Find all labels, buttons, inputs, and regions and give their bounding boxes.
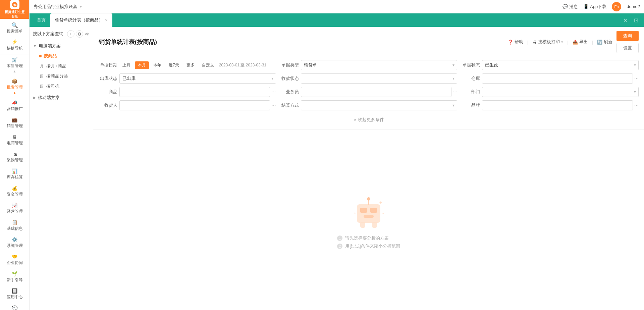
- receiver-input[interactable]: [119, 100, 270, 110]
- sidebar: 畅 畅捷通好生意 标版 🔍 搜索菜单 ⚡ 快捷导航 🛒 零售管理 ▲ 📦 批发管…: [0, 0, 30, 310]
- sidebar-item-basic[interactable]: 📋 基础信息: [0, 217, 29, 234]
- tab-sales-report[interactable]: 销货单统计表（按商品） ×: [50, 13, 112, 27]
- date-last-month[interactable]: 上月: [119, 61, 133, 69]
- sidebar-item-finance[interactable]: 💰 资金管理: [0, 183, 29, 200]
- help-btn[interactable]: ❓ 帮助: [508, 39, 523, 45]
- warehouse-dots-btn[interactable]: ···: [634, 75, 639, 82]
- username-label[interactable]: demo2: [627, 4, 640, 9]
- svg-point-7: [367, 197, 370, 201]
- scheme-panel: 按以下方案查询 + ⚙ ≪ ▼ 电脑端方案 按商品: [30, 27, 93, 310]
- query-button[interactable]: 查询: [616, 31, 639, 41]
- window-maximize-btn[interactable]: ⊡: [632, 16, 640, 24]
- empty-tip-1: 1 请先选择要分析的方案: [337, 235, 400, 241]
- sidebar-item-wholesale[interactable]: 📦 批发管理 ▲: [0, 76, 29, 97]
- svg-rect-4: [370, 208, 377, 213]
- salesman-dots-btn[interactable]: ···: [453, 89, 457, 95]
- date-custom[interactable]: 自定义: [199, 61, 217, 69]
- page-titlebar: 销货单统计表(按商品) ❓ 帮助 | 🖨 按模板打印 ▾ | 📤: [93, 27, 644, 56]
- sidebar-item-ecommerce[interactable]: 🖥 电商管理: [0, 132, 29, 149]
- tab-home[interactable]: 首页: [32, 13, 50, 27]
- settings-button[interactable]: 设置: [616, 43, 639, 53]
- scheme-icon-category: 回: [39, 73, 44, 79]
- sidebar-item-marketing[interactable]: 📣 营销推广: [0, 97, 29, 114]
- salesman-input[interactable]: [301, 87, 451, 97]
- sidebar-item-appstore[interactable]: 🔲 应用中心: [0, 286, 29, 303]
- filter-row-1: 单据日期 上月 本月 本年 近7天 更多 自定义 2023-03-01 至 20…: [99, 60, 639, 70]
- receiver-dots-btn[interactable]: ···: [271, 102, 276, 108]
- scheme-item-by-category[interactable]: 回 按商品分类: [30, 71, 93, 81]
- scheme-item-by-month-goods[interactable]: 月 按月+商品: [30, 61, 93, 71]
- content-area: 按以下方案查询 + ⚙ ≪ ▼ 电脑端方案 按商品: [30, 27, 644, 310]
- department-dropdown[interactable]: [482, 87, 639, 97]
- goods-dots-btn[interactable]: ···: [271, 89, 276, 95]
- scheme-add-btn[interactable]: +: [67, 30, 74, 38]
- filter-docstatus-field: 单据状态 已生效 ▾: [461, 60, 639, 70]
- outstatus-dropdown[interactable]: 已出库: [119, 73, 276, 84]
- page-title: 销货单统计表(按商品): [99, 38, 508, 46]
- brand-input[interactable]: [482, 100, 633, 110]
- sidebar-item-enterprise-wechat[interactable]: 💬 企业微信: [0, 303, 29, 310]
- date-this-year[interactable]: 本年: [150, 61, 164, 69]
- sidebar-item-collaboration[interactable]: 🤝 企业协同: [0, 251, 29, 268]
- warehouse-label: 仓库: [461, 75, 480, 82]
- date-filter: 上月 本月 本年 近7天 更多 自定义 2023-03-01 至 2023-03…: [119, 61, 276, 69]
- logo-icon: 畅: [10, 0, 19, 9]
- date-more[interactable]: 更多: [183, 61, 198, 69]
- scheme-header-label: 按以下方案查询: [33, 31, 65, 37]
- scheme-settings-btn[interactable]: ⚙: [76, 30, 83, 38]
- scheme-item-by-driver[interactable]: 回 按司机: [30, 81, 93, 91]
- doctype-dropdown[interactable]: 销货单: [301, 60, 458, 70]
- date-7days[interactable]: 近7天: [166, 61, 182, 69]
- tabbar: 首页 销货单统计表（按商品） × ✕ ⊡: [30, 13, 644, 27]
- brand-dots-btn[interactable]: ···: [634, 102, 639, 108]
- date-this-month[interactable]: 本月: [135, 61, 149, 69]
- scheme-icon-month: 月: [39, 63, 44, 69]
- scheme-item-label: 按商品分类: [46, 73, 68, 79]
- svg-rect-3: [360, 208, 367, 213]
- docstatus-dropdown[interactable]: 已生效: [482, 60, 639, 70]
- user-avatar[interactable]: Ea: [612, 2, 621, 11]
- workspace-title[interactable]: 办公用品行业模拟账套: [34, 4, 77, 10]
- message-btn[interactable]: 💬 消息: [562, 4, 578, 10]
- sidebar-item-sales[interactable]: 💼 销售管理: [0, 114, 29, 132]
- workspace-dropdown-icon: ▾: [80, 4, 82, 9]
- sidebar-item-inventory[interactable]: 📊 库存核算: [0, 166, 29, 183]
- app-logo[interactable]: 畅 畅捷通好生意 标版: [0, 0, 30, 19]
- goods-dropdown-wrapper: ···: [119, 87, 276, 97]
- refresh-btn[interactable]: 🔄 刷新: [597, 39, 612, 45]
- collectstatus-label: 收款状态: [280, 75, 299, 82]
- sidebar-item-quicknav[interactable]: ⚡ 快捷导航: [0, 36, 29, 54]
- sidebar-item-retail[interactable]: 🛒 零售管理 ▲: [0, 54, 29, 76]
- sidebar-item-search[interactable]: 🔍 搜索菜单: [0, 19, 29, 36]
- sidebar-item-system[interactable]: ⚙️ 系统管理: [0, 234, 29, 251]
- warehouse-input[interactable]: [482, 73, 633, 84]
- docstatus-arrow-icon: ▾: [634, 63, 636, 67]
- svg-text:✦: ✦: [382, 212, 384, 215]
- scheme-group-pc-header[interactable]: ▼ 电脑端方案: [30, 41, 93, 51]
- sidebar-item-purchase[interactable]: 🛍 采购管理: [0, 149, 29, 166]
- payment-dropdown[interactable]: [301, 100, 458, 110]
- collectstatus-dropdown[interactable]: [301, 73, 458, 84]
- goods-input[interactable]: [119, 87, 270, 97]
- scheme-collapse-btn[interactable]: ≪: [85, 31, 90, 37]
- tab-close-btn[interactable]: ×: [105, 18, 108, 22]
- scheme-group-pc-label: 电脑端方案: [39, 43, 61, 49]
- collapse-more-btn[interactable]: ∧ 收起更多条件: [99, 114, 639, 125]
- phone-icon: 📱: [583, 4, 589, 9]
- filter-receiver-field: 收货人 ···: [99, 100, 276, 110]
- export-btn[interactable]: 📤 导出: [573, 39, 588, 45]
- print-btn[interactable]: 🖨 按模板打印 ▾: [532, 39, 563, 45]
- sidebar-item-operations[interactable]: 📈 经营管理: [0, 200, 29, 217]
- window-close-btn[interactable]: ✕: [621, 16, 629, 24]
- group-arrow-icon: ▼: [33, 44, 37, 48]
- scheme-item-by-goods[interactable]: 按商品: [30, 51, 93, 61]
- scheme-group-mobile-header[interactable]: ▶ 移动端方案: [30, 93, 93, 103]
- filter-payment-field: 结算方式 ▾: [280, 100, 458, 110]
- scheme-item-label: 按司机: [46, 83, 59, 89]
- payment-arrow-icon: ▾: [452, 103, 454, 108]
- app-download-btn[interactable]: 📱 App下载: [583, 4, 606, 10]
- scheme-icon-driver: 回: [39, 84, 44, 89]
- filter-salesman-field: 业务员 ···: [280, 87, 458, 97]
- sidebar-item-beginner[interactable]: 🌱 新手引导: [0, 268, 29, 286]
- group-mobile-arrow-icon: ▶: [33, 95, 36, 100]
